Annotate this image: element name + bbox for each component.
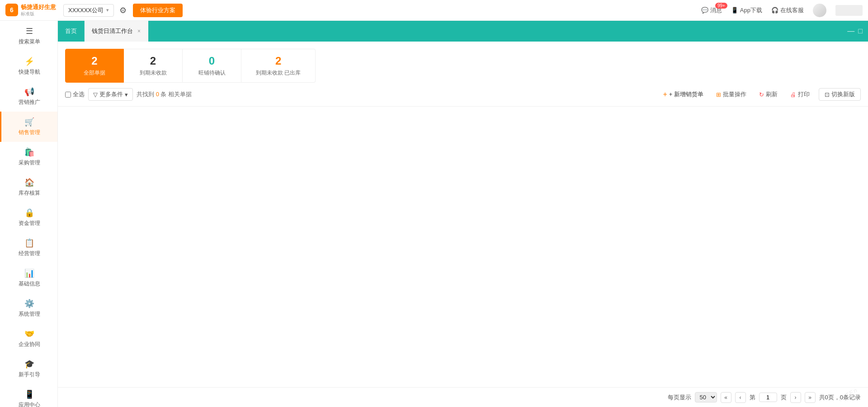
logo-icon: 6 [5, 4, 18, 16]
refresh-icon: ↻ [759, 91, 764, 98]
page-size-label: 每页显示 [668, 393, 691, 402]
message-button[interactable]: 💬 消息 99+ [701, 6, 722, 14]
pagination-bar: 每页显示 50 « ‹ 第 页 › » 共0页，0条记录 [58, 387, 868, 407]
minimize-button[interactable]: — [847, 27, 854, 35]
inventory-icon: 🏠 [24, 178, 34, 187]
sidebar-item-search[interactable]: ☰ 搜索菜单 [0, 21, 57, 51]
page-size-select[interactable]: 50 [695, 392, 717, 402]
page-label: 第 [750, 393, 755, 402]
card-shipped[interactable]: 2 到期未收款 已出库 [241, 49, 316, 83]
tab-home[interactable]: 首页 [58, 21, 85, 42]
sidebar-item-operations[interactable]: 📋 经营管理 [0, 233, 57, 263]
toolbar: 全选 ▽ 更多条件 ▾ 共找到 0 条 相关单据 + + 新增销货单 [58, 83, 868, 107]
content-area: 2 全部单据 2 到期未收款 0 旺铺待确认 2 到期未收款 已出库 [58, 42, 868, 407]
app-download-button[interactable]: 📱 App下载 [731, 6, 762, 14]
enterprise-icon: 🤝 [24, 329, 34, 339]
marketing-icon: 📢 [24, 87, 34, 97]
card-overdue-label: 到期未收款 [140, 69, 167, 77]
avatar[interactable] [813, 4, 826, 17]
logo-text: 畅捷通好生意 标准版 [21, 4, 56, 17]
filter-button[interactable]: ▽ 更多条件 ▾ [88, 88, 133, 101]
sidebar-item-inventory[interactable]: 🏠 库存核算 [0, 172, 57, 202]
summary-cards: 2 全部单据 2 到期未收款 0 旺铺待确认 2 到期未收款 已出库 [58, 42, 868, 83]
print-button[interactable]: 🖨 打印 [787, 89, 813, 100]
refresh-button[interactable]: ↻ 刷新 [755, 89, 781, 100]
card-all-number: 2 [91, 55, 97, 67]
card-overdue[interactable]: 2 到期未收款 [124, 49, 183, 83]
chevron-down-icon: ▾ [106, 7, 109, 13]
message-badge: 99+ [715, 3, 727, 9]
card-shipped-label: 到期未收款 已出库 [256, 69, 301, 77]
top-right-actions: 💬 消息 99+ 📱 App下载 🎧 在线客服 [701, 4, 863, 17]
sidebar-item-system[interactable]: ⚙️ 系统管理 [0, 293, 57, 323]
sidebar-item-purchase[interactable]: 🛍️ 采购管理 [0, 142, 57, 172]
chevron-down-icon: ▾ [125, 91, 128, 98]
logo-area: 6 畅捷通好生意 标准版 [5, 4, 63, 17]
toolbar-right: + + 新增销货单 ⊞ 批量操作 ↻ 刷新 🖨 打印 [659, 88, 861, 101]
message-icon: 💬 [701, 7, 708, 14]
sidebar-item-appcenter[interactable]: 📱 应用中心 [0, 384, 57, 407]
search-icon: ☰ [26, 26, 33, 36]
card-shipped-number: 2 [275, 55, 281, 67]
sidebar-item-sales[interactable]: 🛒 销售管理 [0, 112, 57, 142]
main-content: 首页 钱货日清工作台 × — □ 2 全部单据 2 到期未收款 [58, 21, 868, 407]
batch-operation-button[interactable]: ⊞ 批量操作 [712, 89, 750, 100]
card-pending-label: 旺铺待确认 [198, 69, 226, 77]
maximize-button[interactable]: □ [858, 27, 863, 35]
top-bar: 6 畅捷通好生意 标准版 XXXXXX公司 ▾ ⚙ 体验行业方案 💬 消息 99… [0, 0, 868, 21]
user-info [835, 5, 863, 16]
found-text: 共找到 0 条 相关单据 [137, 90, 192, 98]
experience-button[interactable]: 体验行业方案 [133, 4, 183, 17]
sidebar: ☰ 搜索菜单 ⚡ 快捷导航 📢 营销推广 🛒 销售管理 🛍️ 采购管理 🏠 库存… [0, 21, 58, 407]
guide-icon: 🎓 [24, 359, 34, 369]
basicinfo-icon: 📊 [24, 268, 34, 278]
sidebar-item-basicinfo[interactable]: 📊 基础信息 [0, 263, 57, 293]
download-icon: 📱 [731, 7, 738, 14]
quicknav-icon: ⚡ [24, 56, 34, 66]
prev-page-button[interactable]: ‹ [735, 392, 746, 403]
print-icon: 🖨 [790, 91, 796, 98]
card-all-label: 全部单据 [84, 69, 105, 77]
sidebar-item-marketing[interactable]: 📢 营销推广 [0, 81, 57, 112]
card-all[interactable]: 2 全部单据 [65, 49, 124, 83]
tab-bar: 首页 钱货日清工作台 × — □ [58, 21, 868, 42]
page-label2: 页 [781, 393, 787, 402]
select-all-label[interactable]: 全选 [65, 90, 85, 98]
card-overdue-number: 2 [150, 55, 156, 67]
card-pending-number: 0 [209, 55, 215, 67]
sidebar-item-guide[interactable]: 🎓 新手引导 [0, 354, 57, 384]
sidebar-item-enterprise[interactable]: 🤝 企业协同 [0, 323, 57, 354]
switch-icon: ⊡ [825, 91, 830, 98]
switch-version-button[interactable]: ⊡ 切换新版 [819, 88, 861, 101]
online-service-button[interactable]: 🎧 在线客服 [771, 6, 804, 14]
sidebar-item-quicknav[interactable]: ⚡ 快捷导航 [0, 51, 57, 81]
appcenter-icon: 📱 [24, 389, 34, 399]
select-all-checkbox[interactable] [65, 92, 71, 98]
next-page-button[interactable]: › [790, 392, 801, 403]
first-page-button[interactable]: « [721, 392, 731, 403]
sales-icon: 🛒 [24, 117, 34, 127]
system-icon: ⚙️ [24, 299, 34, 309]
total-info: 共0页，0条记录 [819, 393, 861, 402]
purchase-icon: 🛍️ [24, 147, 34, 157]
filter-icon: ▽ [93, 91, 98, 98]
sidebar-item-finance[interactable]: 🔒 资金管理 [0, 202, 57, 233]
empty-content-area [58, 107, 868, 387]
last-page-button[interactable]: » [805, 392, 816, 403]
company-name: XXXXXX公司 [68, 6, 104, 14]
tab-close-button[interactable]: × [137, 28, 141, 34]
plus-icon: + [663, 90, 667, 98]
card-pending[interactable]: 0 旺铺待确认 [183, 49, 241, 83]
operations-icon: 📋 [24, 238, 34, 248]
company-selector[interactable]: XXXXXX公司 ▾ [63, 4, 114, 17]
tab-workbench[interactable]: 钱货日清工作台 × [85, 21, 148, 42]
batch-icon: ⊞ [716, 91, 721, 98]
add-sales-order-button[interactable]: + + 新增销货单 [659, 89, 707, 100]
settings-button[interactable]: ⚙ [118, 5, 128, 16]
tab-window-actions: — □ [847, 21, 868, 42]
finance-icon: 🔒 [24, 208, 34, 218]
headset-icon: 🎧 [771, 7, 778, 14]
main-layout: ☰ 搜索菜单 ⚡ 快捷导航 📢 营销推广 🛒 销售管理 🛍️ 采购管理 🏠 库存… [0, 21, 868, 407]
page-number-input[interactable] [759, 393, 777, 402]
